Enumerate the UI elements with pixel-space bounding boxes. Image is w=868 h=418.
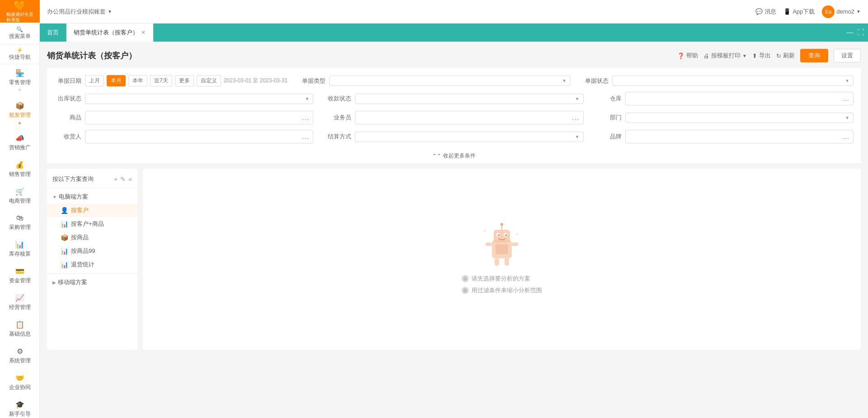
settings-button[interactable]: 设置 xyxy=(834,49,861,62)
scheme-collapse-icon[interactable]: « xyxy=(128,176,132,183)
content-body: 按以下方案查询 + ✎ « ▼ 电脑端方案 👤 xyxy=(47,169,861,350)
svg-point-7 xyxy=(500,223,503,226)
filter-row-4: 收货人 ... 结算方式 ▼ 品牌 xyxy=(54,130,854,143)
scheme-group-mobile: ▶ 移动端方案 xyxy=(47,276,137,289)
scheme-group-pc-header[interactable]: ▼ 电脑端方案 xyxy=(47,190,137,204)
logo-text: 畅捷通好生意 标准版 xyxy=(6,12,33,23)
settlement-select[interactable]: ▼ xyxy=(355,132,583,142)
message-button[interactable]: 💬 消息 xyxy=(755,8,776,16)
filter-settlement: 结算方式 ▼ xyxy=(324,132,583,142)
scheme-header: 按以下方案查询 + ✎ « xyxy=(47,172,137,186)
filter-brand: 品牌 ... xyxy=(594,130,854,143)
dept-select[interactable]: ▼ xyxy=(625,113,854,123)
tab-sales-stat[interactable]: 销货单统计表（按客户） ✕ xyxy=(66,24,153,42)
ellipsis-icon: ... xyxy=(842,95,849,103)
scheme-item-by-goods[interactable]: 📦 按商品 xyxy=(47,231,137,244)
query-button[interactable]: 查询 xyxy=(800,49,828,62)
settlement-label: 结算方式 xyxy=(324,133,351,141)
scheme-edit-icon[interactable]: ✎ xyxy=(120,176,126,183)
sidebar-item-ecommerce[interactable]: 🛒 电商管理 xyxy=(0,183,39,209)
svg-text:✦: ✦ xyxy=(485,250,487,253)
date-btn-more[interactable]: 更多 xyxy=(175,75,194,86)
filter-dept: 部门 ▼ xyxy=(594,113,854,123)
bar-chart-icon: 📊 xyxy=(61,261,68,268)
collapse-up-icon: ⌃⌃ xyxy=(432,153,441,159)
collapse-button[interactable]: ⌃⌃ 收起更多条件 xyxy=(432,152,476,160)
out-status-select[interactable]: ▼ xyxy=(85,94,313,104)
app-download-button[interactable]: 📱 App下载 xyxy=(783,8,815,16)
date-btn-7days[interactable]: 近7天 xyxy=(150,75,172,86)
sidebar-item-wholesale[interactable]: 📦 批发管理 ▲ xyxy=(0,97,39,129)
scheme-group-mobile-header[interactable]: ▶ 移动端方案 xyxy=(47,276,137,289)
scheme-add-icon[interactable]: + xyxy=(114,176,118,183)
sidebar-item-inventory[interactable]: 📊 库存核算 xyxy=(0,236,39,262)
sidebar-quick-nav[interactable]: ⚡ 快捷导航 xyxy=(0,44,39,64)
refresh-button[interactable]: ↻ 刷新 xyxy=(776,52,795,60)
tab-minimize-button[interactable]: — xyxy=(846,28,854,37)
order-type-select[interactable]: ▼ xyxy=(329,76,571,86)
goods-label: 商品 xyxy=(54,114,81,122)
chart-icon: 📊 xyxy=(61,247,68,255)
order-status-select[interactable]: ▼ xyxy=(612,76,854,86)
svg-rect-9 xyxy=(512,242,518,246)
user-menu[interactable]: Ea demo2 ▼ xyxy=(822,5,861,18)
sidebar-item-sales[interactable]: 💰 销售管理 xyxy=(0,156,39,183)
dept-label: 部门 xyxy=(594,114,622,122)
help-button[interactable]: ❓ 帮助 xyxy=(677,52,698,60)
salesperson-input[interactable]: ... xyxy=(355,111,583,124)
sidebar-search[interactable]: 🔍 搜索菜单 xyxy=(0,23,39,44)
ellipsis-icon: ... xyxy=(842,133,849,141)
tab-maximize-button[interactable]: ⛶ xyxy=(857,28,864,37)
tab-bar-actions: — ⛶ xyxy=(846,28,868,37)
print-button[interactable]: 🖨 按模板打印 ▼ xyxy=(703,52,747,60)
filter-order-type: 单据类型 ▼ xyxy=(298,76,571,86)
filter-warehouse: 仓库 ... xyxy=(594,92,854,105)
date-btn-this-year[interactable]: 本年 xyxy=(128,75,147,86)
chevron-down-icon: ▼ xyxy=(562,78,566,83)
order-status-label: 单据状态 xyxy=(581,77,609,85)
hint-text-1: 请先选择要分析的方案 xyxy=(472,273,530,285)
sidebar-item-marketing[interactable]: 📣 营销推广 xyxy=(0,129,39,156)
svg-rect-12 xyxy=(495,244,508,254)
tab-close-icon[interactable]: ✕ xyxy=(141,29,146,36)
recipient-input[interactable]: ... xyxy=(85,130,313,143)
scheme-item-by-customer[interactable]: 👤 按客户 xyxy=(47,204,137,217)
tab-bar: 首页 销货单统计表（按客户） ✕ — ⛶ xyxy=(40,24,868,42)
date-group: 上月 本月 本年 近7天 更多 自定义 2023-03-01 至 2023-03… xyxy=(85,75,288,86)
main-area: 办公用品行业模拟账套 ▼ 💬 消息 📱 App下载 Ea demo2 ▼ 首页 xyxy=(40,0,868,418)
goods-input[interactable]: ... xyxy=(85,111,313,124)
scheme-item-return-stat[interactable]: 📊 退货统计 xyxy=(47,258,137,271)
sidebar-item-finance[interactable]: 💳 资金管理 xyxy=(0,262,39,289)
date-range: 2023-03-01 至 2023-03-31 xyxy=(224,77,288,85)
scheme-header-icons: + ✎ « xyxy=(114,176,132,183)
sidebar-item-basic[interactable]: 📋 基础信息 xyxy=(0,316,39,342)
chevron-down-icon: ▼ xyxy=(856,9,861,14)
header-right: 💬 消息 📱 App下载 Ea demo2 ▼ xyxy=(755,5,861,18)
sidebar-item-purchase[interactable]: 🛍 采购管理 xyxy=(0,209,39,236)
date-btn-custom[interactable]: 自定义 xyxy=(197,75,221,86)
tab-home[interactable]: 首页 xyxy=(40,24,66,42)
chevron-down-icon: ▼ xyxy=(845,115,849,120)
sidebar-item-newbie[interactable]: 🎓 新手引导 xyxy=(0,396,39,418)
empty-state: ✦ ✦ ✦ ① 请先选择要分析的方案 ② 用过滤条件来缩小分析范围 xyxy=(462,222,542,296)
app-title-dropdown[interactable]: 办公用品行业模拟账套 ▼ xyxy=(47,8,112,16)
brand-label: 品牌 xyxy=(594,133,622,141)
warehouse-input[interactable]: ... xyxy=(625,92,854,105)
svg-rect-10 xyxy=(495,258,499,266)
sidebar-item-enterprise[interactable]: 🤝 企业协同 xyxy=(0,369,39,396)
payment-status-select[interactable]: ▼ xyxy=(355,94,583,104)
download-icon: 📱 xyxy=(783,8,791,15)
sidebar-item-system[interactable]: ⚙ 系统管理 xyxy=(0,342,39,369)
brand-input[interactable]: ... xyxy=(625,130,854,143)
export-button[interactable]: ⬆ 导出 xyxy=(752,52,771,60)
scheme-item-by-goods99[interactable]: 📊 按商品99 xyxy=(47,244,137,258)
avatar: Ea xyxy=(822,5,835,18)
date-btn-last-month[interactable]: 上月 xyxy=(85,75,104,86)
sidebar-item-retail[interactable]: 🏪 零售管理 ▼ xyxy=(0,64,39,97)
scheme-item-by-customer-goods[interactable]: 📊 按客户+商品 xyxy=(47,217,137,231)
sidebar-logo[interactable]: 🧡 畅捷通好生意 标准版 xyxy=(0,0,40,23)
sidebar-item-operations[interactable]: 📈 经营管理 xyxy=(0,289,39,316)
chevron-down-icon: ▼ xyxy=(305,96,309,101)
order-type-label: 单据类型 xyxy=(298,77,326,85)
date-btn-this-month[interactable]: 本月 xyxy=(107,75,126,86)
